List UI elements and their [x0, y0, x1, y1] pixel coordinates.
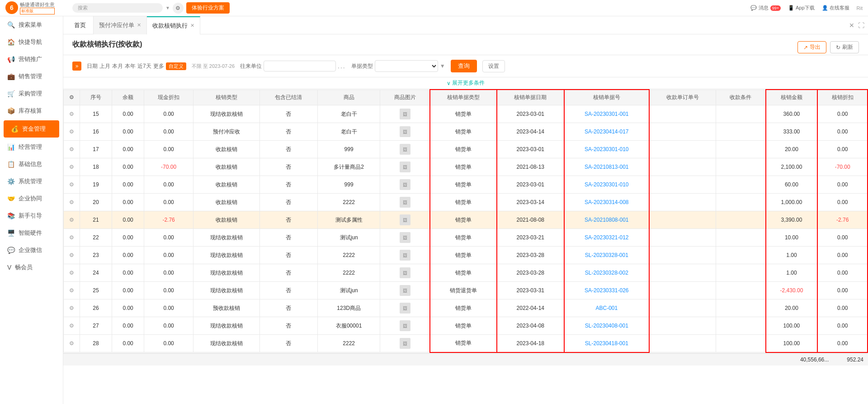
col-gear-header[interactable]: ⚙ — [64, 90, 80, 105]
user-profile[interactable]: Rit — [857, 5, 863, 11]
sidebar-item-base-info[interactable]: 📋 基础信息 — [0, 156, 63, 173]
cancel-no-link[interactable]: SA-20210813-001 — [585, 164, 628, 170]
cancel-no-link[interactable]: ABC-001 — [595, 305, 618, 311]
filter-more-date[interactable]: 更多 — [153, 62, 164, 70]
cell-gear: ⚙ — [64, 176, 80, 194]
cancel-no-link[interactable]: SA-20230321-012 — [585, 234, 628, 241]
sidebar-item-quick-nav[interactable]: 🏠 快捷导航 — [0, 33, 63, 51]
cell-cancel-amount: 20.00 — [766, 299, 818, 317]
cancel-no-link[interactable]: SA-20230301-010 — [585, 146, 628, 152]
sidebar-item-search[interactable]: 🔍 搜索菜单 — [0, 16, 63, 33]
tab-receipt-cancel[interactable]: 收款核销执行 ✕ — [147, 16, 200, 34]
sidebar-item-system[interactable]: ⚙️ 系统管理 — [0, 173, 63, 190]
sidebar-item-marketing[interactable]: 📢 营销推广 — [0, 51, 63, 68]
cell-cancel-no[interactable]: SA-20230301-001 — [564, 105, 650, 123]
cell-seq: 26 — [80, 299, 112, 317]
expand-more-button[interactable]: ∨ 展开更多条件 — [447, 79, 485, 87]
cell-cancel-no[interactable]: ABC-001 — [564, 299, 650, 317]
purchase-icon: 🛒 — [7, 90, 15, 97]
cell-cancel-no[interactable]: SA-20230331-026 — [564, 282, 650, 299]
tab-prepay-close-icon[interactable]: ✕ — [137, 22, 141, 28]
cancel-no-link[interactable]: SA-20210808-001 — [585, 217, 628, 223]
cell-cancel-discount: -70.00 — [817, 158, 868, 176]
industry-button[interactable]: 体验行业方案 — [186, 2, 230, 14]
cell-cancel-no[interactable]: SA-20210808-001 — [564, 211, 650, 229]
finance-icon: 💰 — [11, 125, 19, 133]
cancel-no-link[interactable]: SL-20230328-002 — [585, 270, 628, 276]
cell-cancel-type: 收款核销 — [193, 176, 260, 194]
tab-expand-icon[interactable]: ⛶ — [858, 22, 864, 29]
sidebar-item-collab[interactable]: 🤝 企业协同 — [0, 190, 63, 207]
export-button[interactable]: ↗ 导出 — [797, 41, 826, 53]
sidebar-item-operations[interactable]: 📊 经营管理 — [0, 138, 63, 156]
filter-this-month[interactable]: 本月 — [112, 62, 123, 70]
online-service-button[interactable]: 👤 在线客服 — [822, 5, 849, 11]
filter-custom-badge[interactable]: 自定义 — [166, 62, 186, 70]
tab-close-all-icon[interactable]: ✕ — [849, 22, 854, 29]
page-title: 收款核销执行(按收款) — [72, 40, 142, 55]
cancel-no-link[interactable]: SA-20230414-017 — [585, 128, 628, 135]
tab-home[interactable]: 首页 — [67, 16, 94, 34]
cell-include-settled: 否 — [259, 158, 317, 176]
filter-this-year[interactable]: 本年 — [125, 62, 136, 70]
cancel-no-link[interactable]: SL-20230328-001 — [585, 252, 628, 258]
cell-cancel-voucher-type: 销货退货单 — [430, 282, 497, 299]
cell-cancel-type: 收款核销 — [193, 211, 260, 229]
table-container[interactable]: ⚙ 序号 余额 现金折扣 核销类型 包含已结清 商品 商品图片 核销单据类型 核… — [63, 89, 868, 404]
tab-bar: 首页 预付冲应付单 ✕ 收款核销执行 ✕ ✕ ⛶ — [63, 16, 868, 34]
cancel-no-link[interactable]: SA-20230301-001 — [585, 111, 628, 117]
cell-goods: 衣服00001 — [317, 317, 380, 335]
cell-cancel-type: 现结收款核销 — [193, 247, 260, 264]
sidebar-item-guide[interactable]: 📚 新手引导 — [0, 207, 63, 224]
cell-cancel-no[interactable]: SA-20230301-010 — [564, 176, 650, 194]
refresh-button[interactable]: ↻ 刷新 — [830, 41, 859, 53]
cell-cancel-date: 2023-03-21 — [497, 229, 564, 247]
sidebar-item-wechat[interactable]: 💬 企业微信 — [0, 242, 63, 259]
cell-cancel-no[interactable]: SA-20230414-017 — [564, 123, 650, 141]
guide-icon: 📚 — [7, 212, 15, 219]
filter-expand-button[interactable]: » — [72, 62, 81, 71]
cancel-no-link[interactable]: SL-20230408-001 — [585, 323, 628, 329]
filter-last-month[interactable]: 上月 — [99, 62, 110, 70]
cancel-no-link[interactable]: SA-20230331-026 — [585, 287, 628, 294]
cell-cancel-no[interactable]: SA-20230301-010 — [564, 141, 650, 158]
sidebar-item-hardware[interactable]: 🖥️ 智能硬件 — [0, 224, 63, 242]
cell-gear: ⚙ — [64, 194, 80, 211]
sidebar-item-purchase[interactable]: 🛒 采购管理 — [0, 85, 63, 102]
sidebar-item-sales[interactable]: 💼 销售管理 — [0, 68, 63, 85]
cell-balance: 0.00 — [112, 335, 144, 352]
settings-icon[interactable]: ⚙ — [173, 3, 184, 14]
messages-button[interactable]: 💬 消息 99+ — [750, 5, 781, 11]
cell-balance: 0.00 — [112, 211, 144, 229]
cancel-no-link[interactable]: SA-20230301-010 — [585, 181, 628, 188]
cell-cancel-no[interactable]: SA-20210813-001 — [564, 158, 650, 176]
sidebar-item-inventory[interactable]: 📦 库存核算 — [0, 102, 63, 119]
query-button[interactable]: 查询 — [451, 60, 477, 72]
dropdown-arrow-icon[interactable]: ▼ — [165, 5, 170, 10]
cell-cash-discount: 0.00 — [144, 141, 193, 158]
filter-voucher-type-select[interactable] — [375, 60, 438, 72]
cell-cancel-date: 2022-04-14 — [497, 299, 564, 317]
cell-cancel-no[interactable]: SL-20230418-001 — [564, 335, 650, 352]
tab-prepay[interactable]: 预付冲应付单 ✕ — [94, 16, 147, 34]
cell-cancel-no[interactable]: SL-20230328-001 — [564, 247, 650, 264]
search-box[interactable]: 搜索 — [72, 3, 163, 13]
cell-cancel-no[interactable]: SL-20230328-002 — [564, 264, 650, 282]
sidebar-item-finance[interactable]: 💰 资金管理 — [4, 120, 59, 138]
tab-receipt-cancel-close-icon[interactable]: ✕ — [190, 23, 194, 29]
filter-7days[interactable]: 近7天 — [137, 62, 151, 70]
cell-receipt-order-no — [649, 335, 716, 352]
cell-cancel-no[interactable]: SL-20230408-001 — [564, 317, 650, 335]
cell-cancel-no[interactable]: SA-20230321-012 — [564, 229, 650, 247]
table-row: ⚙ 25 0.00 0.00 现结收款核销 否 测试jun 🖼 销货退货单 20… — [64, 282, 868, 299]
gear-icon: ⚙ — [69, 94, 74, 100]
app-download-button[interactable]: 📱 App下载 — [788, 5, 815, 11]
cell-gear: ⚙ — [64, 247, 80, 264]
cancel-no-link[interactable]: SA-20230314-008 — [585, 199, 628, 205]
settings-button[interactable]: 设置 — [482, 60, 505, 72]
sidebar-item-member[interactable]: V 畅会员 — [0, 259, 63, 276]
cell-cancel-no[interactable]: SA-20230314-008 — [564, 194, 650, 211]
filter-from-unit-input[interactable] — [264, 61, 336, 71]
cancel-no-link[interactable]: SL-20230418-001 — [585, 340, 628, 347]
cell-cancel-type: 现结收款核销 — [193, 264, 260, 282]
